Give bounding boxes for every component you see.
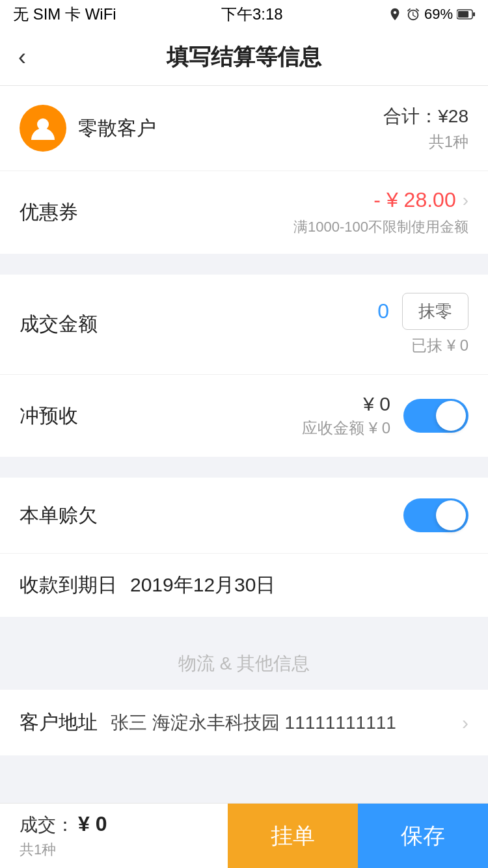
coupon-desc: 满1000-100不限制使用金额	[293, 217, 468, 237]
battery-level: 69%	[424, 6, 453, 23]
hold-button[interactable]: 挂单	[228, 804, 358, 868]
deal-amount-right: 0 抹零	[377, 293, 468, 330]
save-button[interactable]: 保存	[358, 804, 488, 868]
prepay-sub: 应收金额 ¥ 0	[302, 418, 390, 439]
customer-card: 零散客户 合计：¥28 共1种 优惠券 - ¥ 28.00 › 满1000-10…	[0, 86, 488, 254]
user-icon	[29, 114, 57, 142]
section-divider-2	[0, 467, 488, 478]
location-icon	[388, 7, 402, 21]
back-button[interactable]: ‹	[18, 44, 26, 71]
footer-deal-value: ¥ 0	[78, 812, 107, 836]
prepay-right: ¥ 0 应收金额 ¥ 0	[302, 393, 468, 439]
debt-toggle-knob	[436, 500, 466, 530]
prepay-toggle[interactable]	[403, 399, 468, 433]
footer-count: 共1种	[20, 840, 208, 860]
footer-deal-label: 成交：	[20, 813, 74, 837]
prepay-label: 冲预收	[20, 403, 78, 429]
debt-toggle[interactable]	[403, 498, 468, 532]
customer-row: 零散客户 合计：¥28 共1种	[0, 86, 488, 170]
deal-amount-sub: 已抹 ¥ 0	[411, 335, 468, 356]
address-card[interactable]: 客户地址 张三 海淀永丰科技园 11111111111 ›	[0, 690, 488, 755]
prepay-row: 冲预收 ¥ 0 应收金额 ¥ 0	[0, 375, 488, 457]
deal-amount-row: 成交金额 0 抹零 已抹 ¥ 0	[0, 275, 488, 375]
battery-icon	[457, 9, 475, 20]
prepay-amount: ¥ 0	[302, 393, 390, 415]
address-chevron-icon: ›	[462, 712, 468, 734]
customer-summary: 合计：¥28 共1种	[383, 104, 468, 152]
section-divider-3	[0, 627, 488, 638]
coupon-row[interactable]: 优惠券 - ¥ 28.00 › 满1000-100不限制使用金额	[0, 170, 488, 254]
customer-total: 合计：¥28	[383, 104, 468, 129]
coupon-right: - ¥ 28.00 ›	[373, 188, 468, 212]
customer-count: 共1种	[383, 131, 468, 152]
due-date-label: 收款到期日	[20, 572, 117, 599]
deal-amount-label: 成交金额	[20, 311, 98, 338]
coupon-chevron-icon: ›	[463, 190, 468, 211]
bottom-footer: 成交： ¥ 0 共1种 挂单 保存	[0, 803, 488, 868]
status-right: 69%	[388, 6, 475, 23]
address-row[interactable]: 客户地址 张三 海淀永丰科技园 11111111111 ›	[0, 690, 488, 755]
debt-row: 本单赊欠	[0, 478, 488, 553]
page-title: 填写结算等信息	[167, 42, 321, 72]
address-value: 张三 海淀永丰科技园 11111111111	[111, 711, 462, 735]
svg-rect-2	[473, 12, 475, 16]
toggle-knob	[436, 401, 466, 431]
address-label: 客户地址	[20, 709, 98, 736]
customer-name: 零散客户	[78, 115, 156, 142]
debt-label: 本单赊欠	[20, 502, 98, 529]
prepay-values: ¥ 0 应收金额 ¥ 0	[302, 393, 390, 439]
nav-bar: ‹ 填写结算等信息	[0, 29, 488, 86]
status-left: 无 SIM 卡 WiFi	[13, 4, 116, 25]
coupon-label: 优惠券	[20, 199, 78, 226]
logistics-divider: 物流 & 其他信息	[0, 638, 488, 690]
deal-amount-value: 0	[377, 299, 389, 323]
round-off-button[interactable]: 抹零	[402, 293, 468, 330]
footer-info: 成交： ¥ 0 共1种	[0, 804, 228, 868]
customer-left: 零散客户	[20, 105, 156, 152]
status-bar: 无 SIM 卡 WiFi 下午3:18 69%	[0, 0, 488, 29]
sim-status: 无 SIM 卡 WiFi	[13, 4, 116, 25]
logistics-label: 物流 & 其他信息	[178, 651, 310, 676]
status-time: 下午3:18	[221, 4, 283, 25]
due-date-row: 收款到期日 2019年12月30日	[0, 553, 488, 617]
svg-rect-1	[458, 11, 468, 18]
due-date-value: 2019年12月30日	[130, 572, 275, 599]
deal-card: 成交金额 0 抹零 已抹 ¥ 0 冲预收 ¥ 0 应收金额 ¥ 0	[0, 275, 488, 457]
debt-card: 本单赊欠 收款到期日 2019年12月30日	[0, 478, 488, 617]
customer-avatar	[20, 105, 66, 152]
coupon-amount: - ¥ 28.00	[373, 188, 455, 212]
alarm-icon	[406, 7, 420, 21]
section-divider-1	[0, 264, 488, 275]
